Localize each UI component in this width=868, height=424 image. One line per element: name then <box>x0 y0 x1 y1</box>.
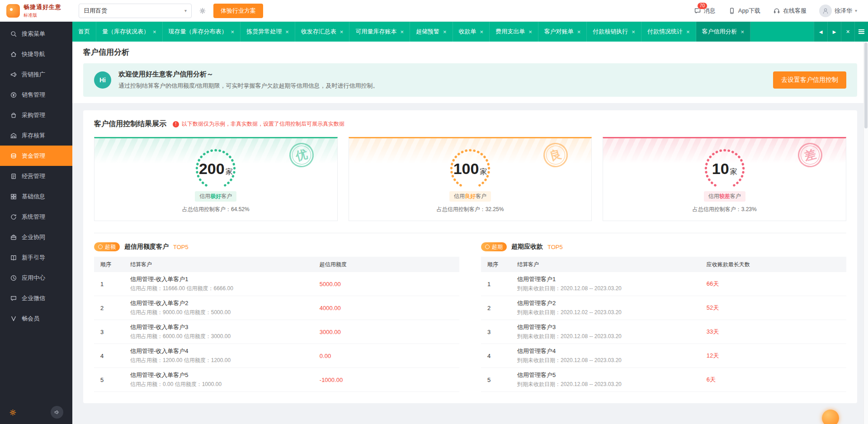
sidebar-item-app-center[interactable]: 应用中心 <box>0 268 72 288</box>
tab-label: 超储预警 <box>416 28 439 36</box>
online-service-label: 在线客服 <box>783 7 807 15</box>
tab-label: 拣货异常处理 <box>246 28 282 36</box>
user-menu[interactable]: 徐泽华 ▾ <box>819 5 857 17</box>
sidebar-item-procurement[interactable]: 采购管理 <box>0 105 72 125</box>
sidebar-settings-gear-icon[interactable] <box>9 409 17 416</box>
table-title: 超信用额度客户 <box>124 243 169 251</box>
sidebar-item-search-menu[interactable]: 搜索菜单 <box>0 24 72 44</box>
messages-button[interactable]: 70 消息 <box>694 7 716 15</box>
table-row[interactable]: 4 信用管理客户4到期未收款日期：2020.12.08 -- 2023.03.2… <box>481 344 846 368</box>
tab-close-icon[interactable]: × <box>400 29 404 35</box>
sidebar-item-marketing[interactable]: 营销推广 <box>0 64 72 85</box>
overdue-receivables-table: 超期 超期应收款 TOP5 顺序 结算客户 应收账款最长天数 <box>481 242 846 392</box>
search-icon <box>10 30 17 38</box>
customer-detail: 到期未收款日期：2020.12.08 -- 2023.03.20 <box>517 357 694 364</box>
sidebar-item-inventory[interactable]: 库存核算 <box>0 125 72 146</box>
table-row[interactable]: 2 信用管理-收入单客户2信用占用额：9000.00 信用额度：5000.00 … <box>94 296 459 320</box>
tab-close-icon[interactable]: × <box>741 29 745 35</box>
customer-detail: 到期未收款日期：2020.12.08 -- 2023.03.20 <box>517 333 694 340</box>
table-row[interactable]: 5 信用管理-收入单客户5信用占用额：0.00 信用额度：1000.00 -10… <box>94 368 459 392</box>
tab-picking-exception[interactable]: 拣货异常处理× <box>241 22 295 42</box>
sidebar-item-quick-nav[interactable]: 快捷导航 <box>0 44 72 64</box>
trial-plan-button[interactable]: 体验行业方案 <box>213 4 263 18</box>
close-all-tabs-icon[interactable]: × <box>841 22 854 42</box>
banner-title: 欢迎使用好生意客户信用分析～ <box>118 70 379 79</box>
refresh-icon <box>10 213 17 221</box>
table-row[interactable]: 5 信用管理客户5到期未收款日期：2020.12.08 -- 2023.03.2… <box>481 368 846 392</box>
sidebar-item-label: 企业微信 <box>22 294 45 302</box>
chat-bubble-icon <box>10 295 17 302</box>
stat-count: 200家 <box>199 160 233 178</box>
tab-close-icon[interactable]: × <box>153 29 156 35</box>
settings-gear-icon[interactable] <box>199 7 206 14</box>
online-service-button[interactable]: 在线客服 <box>773 7 807 15</box>
table-row[interactable]: 1 信用管理客户1到期未收款日期：2020.12.08 -- 2023.03.2… <box>481 272 846 296</box>
tab-payment-writeoff[interactable]: 付款核销执行× <box>587 22 642 42</box>
sidebar-item-sales[interactable]: 销售管理 <box>0 85 72 105</box>
tab-stock-distribution-report[interactable]: 现存量（库存分布表）× <box>163 22 241 42</box>
sidebar-item-label: 快捷导航 <box>22 50 45 58</box>
over-limit-value: 5000.00 <box>313 272 459 296</box>
tab-scroll-right-icon[interactable]: ▶ <box>827 22 841 42</box>
sidebar-item-collaboration[interactable]: 企业协同 <box>0 227 72 247</box>
tab-available-stock-ledger[interactable]: 可用量库存账本× <box>349 22 410 42</box>
tab-menu-icon[interactable] <box>854 22 868 42</box>
top5-label: TOP5 <box>173 244 189 250</box>
industry-select[interactable]: 日用百货 ▾ <box>79 4 192 18</box>
megaphone-icon <box>10 71 17 78</box>
tab-close-icon[interactable]: × <box>480 29 484 35</box>
table-row[interactable]: 4 信用管理-收入单客户4信用占用额：1200.00 信用额度：1200.00 … <box>94 344 459 368</box>
app-download-button[interactable]: App下载 <box>728 7 760 15</box>
tab-receipt-dispatch-summary[interactable]: 收发存汇总表× <box>295 22 350 42</box>
sidebar-item-base-info[interactable]: 基础信息 <box>0 186 72 207</box>
tab-label: 付款情况统计 <box>647 28 683 36</box>
customer-name: 信用管理客户4 <box>517 347 694 355</box>
sidebar-item-system[interactable]: 系统管理 <box>0 207 72 227</box>
scrollbar-thumb[interactable] <box>864 42 868 128</box>
sidebar-item-label: 畅会员 <box>22 315 39 323</box>
tab-payment-stats[interactable]: 付款情况统计× <box>642 22 696 42</box>
tab-close-icon[interactable]: × <box>632 29 635 35</box>
tab-expense-voucher[interactable]: 费用支出单× <box>490 22 538 42</box>
tab-close-icon[interactable]: × <box>528 29 532 35</box>
tab-close-icon[interactable]: × <box>285 29 289 35</box>
clock-icon <box>485 245 490 249</box>
sidebar-item-beginner-guide[interactable]: 新手引导 <box>0 247 72 268</box>
info-alert-icon <box>173 121 179 127</box>
tab-scroll-left-icon[interactable]: ◀ <box>814 22 827 42</box>
clock-icon <box>10 274 17 282</box>
setup-credit-control-button[interactable]: 去设置客户信用控制 <box>773 71 846 89</box>
vertical-scrollbar[interactable] <box>863 42 868 424</box>
table-row[interactable]: 2 信用管理客户2到期未收款日期：2020.12.02 -- 2023.03.2… <box>481 296 846 320</box>
industry-select-value: 日用百货 <box>84 7 107 15</box>
target-icon <box>98 245 103 249</box>
tab-inventory-status-report[interactable]: 量（库存状况表）× <box>96 22 163 42</box>
tab-overstock-alert[interactable]: 超储预警× <box>410 22 453 42</box>
sidebar-item-member[interactable]: 畅会员 <box>0 308 72 329</box>
tab-close-icon[interactable]: × <box>340 29 344 35</box>
stat-caption: 占总信用控制客户：32.25% <box>349 206 592 213</box>
tab-customer-statement[interactable]: 客户对账单× <box>538 22 587 42</box>
tab-close-icon[interactable]: × <box>686 29 690 35</box>
tab-close-icon[interactable]: × <box>231 29 235 35</box>
tab-close-icon[interactable]: × <box>443 29 447 35</box>
sidebar-item-operations[interactable]: 经营管理 <box>0 166 72 186</box>
tab-home[interactable]: 首页 <box>72 22 96 42</box>
tab-close-icon[interactable]: × <box>577 29 581 35</box>
column-header: 结算客户 <box>511 257 700 272</box>
table-row[interactable]: 3 信用管理客户3到期未收款日期：2020.12.08 -- 2023.03.2… <box>481 320 846 344</box>
sidebar-item-wechat[interactable]: 企业微信 <box>0 288 72 308</box>
floating-assistant-button[interactable] <box>822 410 839 424</box>
table-row[interactable]: 3 信用管理-收入单客户3信用占用额：6000.00 信用额度：3000.00 … <box>94 320 459 344</box>
tab-receipt-voucher[interactable]: 收款单× <box>453 22 490 42</box>
customer-detail: 信用占用额：6000.00 信用额度：3000.00 <box>130 333 307 340</box>
table-row[interactable]: 1 信用管理-收入单客户1信用占用额：11666.00 信用额度：6666.00… <box>94 272 459 296</box>
topbar: 畅捷通好生意 标准版 日用百货 ▾ 体验行业方案 70 消息 App下载 在线客… <box>0 0 868 22</box>
sidebar-item-label: 库存核算 <box>22 132 45 140</box>
sidebar-item-funds[interactable]: 资金管理 <box>0 146 72 166</box>
tab-customer-credit-analysis[interactable]: 客户信用分析× <box>696 22 751 42</box>
sidebar-item-label: 企业协同 <box>22 233 45 241</box>
column-header: 顺序 <box>481 257 511 272</box>
announcement-horn-icon[interactable] <box>51 406 63 419</box>
customer-detail: 到期未收款日期：2020.12.08 -- 2023.03.20 <box>517 285 694 292</box>
